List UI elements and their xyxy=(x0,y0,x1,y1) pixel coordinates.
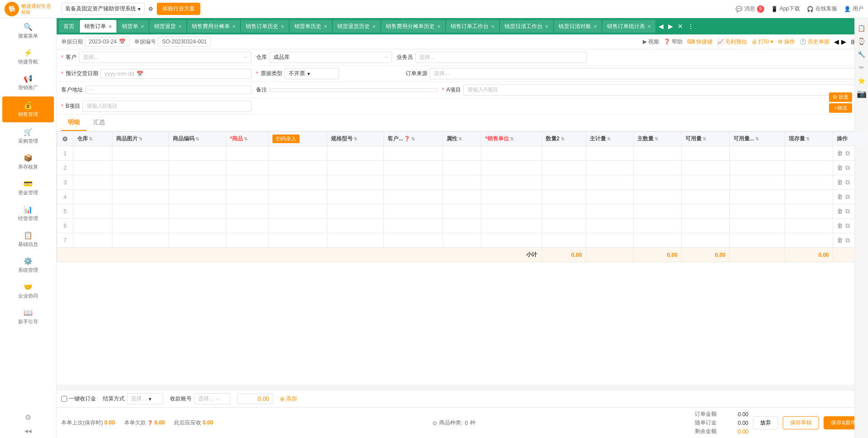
receipt-more-icon[interactable]: ··· xyxy=(216,396,219,401)
th-scan[interactable]: 扫码录入 xyxy=(268,132,327,146)
row-available[interactable] xyxy=(681,146,729,161)
warehouse-input[interactable]: 成品库 ··· xyxy=(269,52,392,63)
tab-daily-reconcile[interactable]: 钱货日清对账 ✕ xyxy=(554,20,601,33)
th-customer[interactable]: 客户...❓⇅ xyxy=(384,132,442,146)
sidebar-item-sales[interactable]: 💰 销售管理 xyxy=(2,96,54,122)
salesperson-input[interactable]: 选择... xyxy=(415,52,587,63)
tab-goods-history[interactable]: 销货单历史 ✕ xyxy=(290,20,332,33)
th-spec[interactable]: 规格型号⇅ xyxy=(327,132,384,146)
row-available2[interactable] xyxy=(729,146,785,161)
discard-btn[interactable]: 放弃 xyxy=(753,416,778,429)
th-attribute[interactable]: 属性⇅ xyxy=(442,132,481,146)
tab-close-icon[interactable]: ✕ xyxy=(324,24,327,29)
side-panel-icon-6[interactable]: 📷 xyxy=(856,88,867,99)
tab-detail[interactable]: 明细 xyxy=(61,115,87,131)
delete-icon[interactable]: 🗑 xyxy=(837,193,843,201)
settings-btn[interactable]: ⚙ 设置 xyxy=(829,92,852,102)
th-available2[interactable]: 可用量...⇅ xyxy=(729,132,785,146)
th-warehouse[interactable]: 仓库⇅ xyxy=(73,132,112,146)
row-goods[interactable] xyxy=(226,146,268,161)
history-btn[interactable]: 🕐 历史单据 xyxy=(800,38,829,46)
th-qty2[interactable]: 数量2⇅ xyxy=(542,132,586,146)
collapse-btn[interactable]: ◀◀ xyxy=(24,428,32,433)
th-goods-code[interactable]: 商品编码⇅ xyxy=(169,132,226,146)
single-num-display[interactable]: SO-20230324-001 xyxy=(158,37,211,47)
single-date-input[interactable]: 2023-03-24 📅 xyxy=(85,37,130,47)
row-main-unit[interactable] xyxy=(586,146,634,161)
tab-daily-workbench[interactable]: 钱货日清工作台 ✕ xyxy=(500,20,553,33)
online-support-btn[interactable]: 🎧 在线客服 xyxy=(807,5,837,13)
sidebar-item-enterprise[interactable]: 🤝 企业协同 xyxy=(0,278,56,304)
tab-summary[interactable]: 汇总 xyxy=(87,115,112,131)
th-sales-unit[interactable]: *销售单位⇅ xyxy=(481,132,542,146)
th-goods-image[interactable]: 商品图片⇅ xyxy=(112,132,169,146)
one-click-checkout-label[interactable]: 一键收订金 xyxy=(61,395,96,403)
add-goods-btn[interactable]: +物流 xyxy=(829,103,852,113)
add-btn[interactable]: ⊕ 添加 xyxy=(280,395,297,403)
row-sales-unit[interactable] xyxy=(481,146,542,161)
row-warehouse[interactable] xyxy=(73,146,112,161)
customer-more-icon[interactable]: ··· xyxy=(244,55,247,60)
tab-close-icon[interactable]: ✕ xyxy=(593,24,597,29)
row-qty2[interactable] xyxy=(542,146,586,161)
tab-sales-expense[interactable]: 销售费用分摊单 ✕ xyxy=(187,20,240,33)
tab-sales-goods[interactable]: 销货单 ✕ xyxy=(117,20,149,33)
sidebar-item-guide[interactable]: 📖 新手引导 xyxy=(0,304,56,330)
tab-close-icon[interactable]: ✕ xyxy=(647,24,651,29)
sidebar-item-basic-info[interactable]: 📋 基础信息 xyxy=(0,226,56,252)
system-selector[interactable]: 装备及固定资产辅助管理系统 ▾ xyxy=(61,3,145,15)
address-more-icon[interactable]: ··· xyxy=(89,87,93,92)
tab-nav-close-all[interactable]: ✕ xyxy=(675,23,685,30)
operations-btn[interactable]: ⚙ 操作 xyxy=(778,38,795,46)
tab-close-icon[interactable]: ✕ xyxy=(437,24,441,29)
side-panel-icon-2[interactable]: ⌚ xyxy=(856,36,867,47)
warehouse-more-icon[interactable]: ··· xyxy=(384,55,388,60)
delete-icon[interactable]: 🗑 xyxy=(837,149,843,157)
shortcut-btn[interactable]: ⌨ 快捷键 xyxy=(687,38,713,46)
th-goods[interactable]: *商品⇅ xyxy=(226,132,268,146)
tab-sales-stats[interactable]: 销售订单统计表 ✕ xyxy=(602,20,655,33)
copy-icon[interactable]: ⧉ xyxy=(845,207,850,215)
th-main-qty[interactable]: 主数量⇅ xyxy=(634,132,682,146)
copy-icon[interactable]: ⧉ xyxy=(845,222,850,230)
row-goods-code[interactable] xyxy=(169,146,226,161)
tab-expense-history[interactable]: 销售费用分摊单历史 ✕ xyxy=(381,20,445,33)
sidebar-item-marketing[interactable]: 📢 营销推广 xyxy=(0,70,56,96)
sidebar-item-finance[interactable]: 💳 资金管理 xyxy=(0,175,56,201)
tab-nav-next[interactable]: ▶ xyxy=(666,23,675,30)
th-main-unit[interactable]: 主计量⇅ xyxy=(586,132,634,146)
settings-footer-icon[interactable]: ⚙ xyxy=(25,413,31,422)
tab-nav-menu[interactable]: ⋮ xyxy=(685,23,696,30)
order-source-input[interactable]: 选择... xyxy=(430,68,863,79)
copy-icon[interactable]: ⧉ xyxy=(845,164,850,172)
tab-return-history[interactable]: 销货退货历史 ✕ xyxy=(333,20,380,33)
app-download-btn[interactable]: 📱 App下载 xyxy=(771,5,800,13)
tab-sales-order[interactable]: 销售订单 ✕ xyxy=(80,20,116,33)
customer-address-input[interactable]: ··· xyxy=(85,86,252,94)
tab-close-icon[interactable]: ✕ xyxy=(141,24,144,29)
tab-sales-return[interactable]: 销货退货 ✕ xyxy=(150,20,186,33)
side-panel-icon-4[interactable]: ✏ xyxy=(856,62,867,73)
customer-input[interactable]: 选择... ··· xyxy=(79,52,252,63)
prev-record-btn[interactable]: ◀ xyxy=(834,38,839,45)
row-scan[interactable] xyxy=(268,146,327,161)
tab-close-icon[interactable]: ✕ xyxy=(178,24,182,29)
settings-gear[interactable]: ⚙ xyxy=(148,6,153,12)
row-main-qty[interactable] xyxy=(634,146,682,161)
sidebar-item-system[interactable]: ⚙️ 系统管理 xyxy=(0,252,56,278)
receipt-select[interactable]: 选择... ··· xyxy=(194,393,230,404)
user-btn[interactable]: 👤 用户 xyxy=(844,5,863,13)
sidebar-item-operations[interactable]: 📊 经营管理 xyxy=(0,201,56,226)
scan-btn[interactable]: 扫码录入 xyxy=(272,135,300,143)
side-panel-icon-1[interactable]: 📋 xyxy=(856,23,867,34)
tab-sales-workbench[interactable]: 销售订单工作台 ✕ xyxy=(446,20,499,33)
message-btn[interactable]: 💬 消息 9 xyxy=(736,5,764,13)
one-click-checkout-checkbox[interactable] xyxy=(61,396,67,402)
invoice-type-select[interactable]: 不开票 ▾ xyxy=(285,68,339,79)
profit-btn[interactable]: 📈 毛利预估 xyxy=(717,38,747,46)
row-current[interactable] xyxy=(785,146,833,161)
sidebar-item-search[interactable]: 🔍 搜索菜单 xyxy=(0,18,56,44)
tab-close-icon[interactable]: ✕ xyxy=(491,24,495,29)
b-project-input[interactable]: 请输入B项目 xyxy=(82,101,252,112)
copy-icon[interactable]: ⧉ xyxy=(845,178,850,186)
